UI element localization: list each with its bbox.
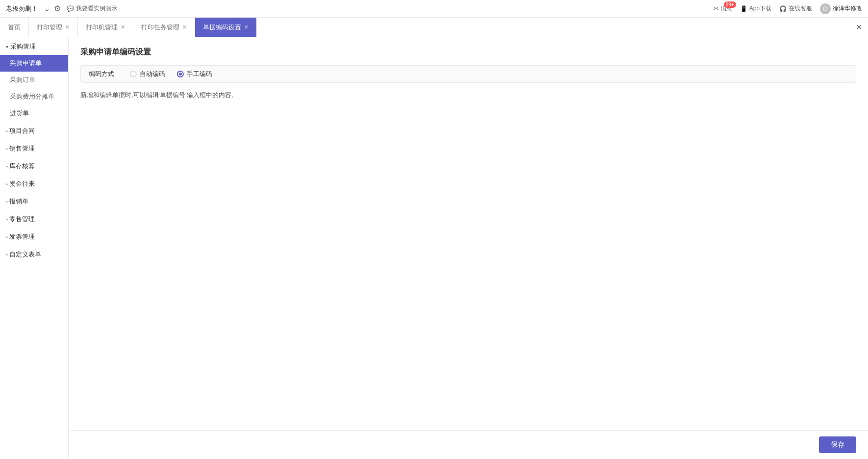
avatar: 徐 — [820, 3, 831, 14]
demo-link[interactable]: 💬 我要看实例演示 — [67, 4, 117, 13]
sidebar-group-returns: › 报销单 — [0, 192, 68, 210]
sidebar-group-invoice: › 发票管理 — [0, 228, 68, 245]
sales-arrow-icon: › — [4, 148, 9, 149]
tab-barcode-settings-label: 单据编码设置 — [203, 23, 241, 32]
tab-print-task[interactable]: 打印任务管理 ✕ — [133, 18, 195, 37]
sidebar-group-retail-header[interactable]: › 零售管理 — [0, 210, 68, 228]
tab-print-task-label: 打印任务管理 — [141, 23, 179, 32]
sidebar-group-purchase-label: 采购管理 — [10, 42, 36, 51]
custom-arrow-icon: › — [4, 254, 9, 255]
dropdown-icon[interactable]: ⌄ — [44, 4, 50, 13]
capital-arrow-icon: › — [4, 183, 9, 184]
top-bar-left: 老板勿删！ ⌄ ⚙ 💬 我要看实例演示 — [6, 4, 117, 13]
sidebar-group-project-header[interactable]: › 项目合同 — [0, 122, 68, 139]
user-label: 徐泽华修改 — [833, 4, 862, 13]
top-bar: 老板勿删！ ⌄ ⚙ 💬 我要看实例演示 ✉ 消息 99+ 📱 App下载 🎧 在… — [0, 0, 868, 18]
sidebar-item-stock-in-label: 进货单 — [10, 109, 29, 117]
sidebar-group-retail-label: 零售管理 — [9, 215, 35, 224]
settings-icon[interactable]: ⚙ — [54, 4, 61, 13]
sidebar-item-purchase-expense-label: 采购费用分摊单 — [10, 93, 54, 100]
message-button[interactable]: ✉ 消息 99+ — [714, 4, 732, 13]
sidebar-item-purchase-order[interactable]: 采购订单 — [0, 72, 68, 88]
tab-home[interactable]: 首页 — [0, 18, 29, 37]
close-all-tabs-button[interactable]: ✕ — [850, 23, 868, 32]
tab-print-task-close[interactable]: ✕ — [182, 24, 187, 30]
sidebar-group-custom: › 自定义表单 — [0, 245, 68, 263]
sidebar-group-custom-label: 自定义表单 — [9, 250, 41, 259]
mobile-icon: 📱 — [740, 5, 747, 12]
sidebar-group-returns-header[interactable]: › 报销单 — [0, 192, 68, 210]
app-label: App下载 — [749, 4, 771, 13]
sidebar: ▾ 采购管理 采购申请单 采购订单 采购费用分摊单 进货单 › 项目合同 — [0, 37, 69, 459]
sidebar-group-returns-label: 报销单 — [9, 197, 28, 206]
tab-barcode-settings-close[interactable]: ✕ — [244, 24, 248, 30]
sidebar-item-purchase-order-label: 采购订单 — [10, 76, 35, 83]
sidebar-group-sales: › 销售管理 — [0, 139, 68, 157]
encoding-radio-group: 自动编码 手工编码 — [130, 70, 212, 78]
top-bar-right: ✉ 消息 99+ 📱 App下载 🎧 在线客服 徐 徐泽华修改 — [714, 3, 862, 14]
sidebar-item-stock-in[interactable]: 进货单 — [0, 105, 68, 122]
sidebar-group-inventory-label: 库存核算 — [9, 162, 35, 171]
sidebar-group-invoice-header[interactable]: › 发票管理 — [0, 228, 68, 245]
sidebar-item-purchase-request-label: 采购申请单 — [10, 59, 42, 67]
page-title: 采购申请单编码设置 — [80, 47, 856, 57]
headset-icon: 🎧 — [779, 5, 787, 12]
content-area: 采购申请单编码设置 编码方式 自动编码 手工编码 新增和编辑单据时,可以编辑'单… — [69, 37, 868, 430]
sidebar-group-invoice-label: 发票管理 — [9, 232, 35, 241]
online-service-button[interactable]: 🎧 在线客服 — [779, 4, 812, 13]
tab-barcode-settings[interactable]: 单据编码设置 ✕ — [195, 18, 257, 37]
purchase-arrow-icon: ▾ — [6, 44, 8, 50]
radio-manual-circle — [177, 71, 184, 77]
project-arrow-icon: › — [4, 130, 9, 131]
encoding-row: 编码方式 自动编码 手工编码 — [80, 65, 856, 83]
tab-printer-mgmt-label: 打印机管理 — [86, 23, 118, 32]
tab-bar: 首页 打印管理 ✕ 打印机管理 ✕ 打印任务管理 ✕ 单据编码设置 ✕ ✕ — [0, 18, 868, 37]
sidebar-group-custom-header[interactable]: › 自定义表单 — [0, 245, 68, 263]
hint-text: 新增和编辑单据时,可以编辑'单据编号'输入框中的内容。 — [80, 91, 856, 100]
demo-icon: 💬 — [67, 5, 74, 12]
tab-printer-mgmt-close[interactable]: ✕ — [121, 24, 125, 30]
sidebar-group-retail: › 零售管理 — [0, 210, 68, 228]
user-menu-button[interactable]: 徐 徐泽华修改 — [820, 3, 862, 14]
tab-home-label: 首页 — [8, 23, 21, 32]
tab-print-mgmt-label: 打印管理 — [37, 23, 62, 32]
sidebar-group-sales-label: 销售管理 — [9, 144, 35, 153]
main-content: 采购申请单编码设置 编码方式 自动编码 手工编码 新增和编辑单据时,可以编辑'单… — [69, 37, 868, 459]
radio-auto-circle — [130, 71, 137, 77]
layout: ▾ 采购管理 采购申请单 采购订单 采购费用分摊单 进货单 › 项目合同 — [0, 37, 868, 459]
service-label: 在线客服 — [789, 4, 812, 13]
message-icon: ✉ — [714, 5, 719, 12]
sidebar-group-capital-label: 资金往来 — [9, 179, 35, 188]
sidebar-group-project-label: 项目合同 — [9, 127, 35, 135]
tab-printer-mgmt[interactable]: 打印机管理 ✕ — [78, 18, 133, 37]
encoding-label: 编码方式 — [89, 70, 118, 78]
radio-manual-label: 手工编码 — [187, 70, 212, 78]
sidebar-group-capital: › 资金往来 — [0, 175, 68, 192]
sidebar-item-purchase-expense[interactable]: 采购费用分摊单 — [0, 88, 68, 105]
invoice-arrow-icon: › — [4, 236, 9, 237]
sidebar-group-inventory: › 库存核算 — [0, 157, 68, 175]
footer: 保存 — [69, 430, 868, 459]
sidebar-group-project: › 项目合同 — [0, 122, 68, 139]
radio-auto-label: 自动编码 — [140, 70, 165, 78]
retail-arrow-icon: › — [4, 218, 9, 220]
top-bar-icons: ⌄ ⚙ — [44, 4, 61, 13]
message-badge: 99+ — [724, 1, 736, 8]
radio-manual-encoding[interactable]: 手工编码 — [177, 70, 212, 78]
demo-text: 我要看实例演示 — [76, 4, 117, 13]
tab-print-mgmt[interactable]: 打印管理 ✕ — [29, 18, 78, 37]
sidebar-group-capital-header[interactable]: › 资金往来 — [0, 175, 68, 192]
returns-arrow-icon: › — [4, 201, 9, 202]
sidebar-group-sales-header[interactable]: › 销售管理 — [0, 139, 68, 157]
brand-label: 老板勿删！ — [6, 4, 38, 13]
inventory-arrow-icon: › — [4, 165, 9, 167]
app-download-button[interactable]: 📱 App下载 — [740, 4, 771, 13]
sidebar-item-purchase-request[interactable]: 采购申请单 — [0, 55, 68, 72]
sidebar-group-purchase-header[interactable]: ▾ 采购管理 — [0, 37, 68, 55]
save-button[interactable]: 保存 — [819, 436, 856, 453]
radio-auto-encoding[interactable]: 自动编码 — [130, 70, 165, 78]
sidebar-group-purchase: ▾ 采购管理 采购申请单 采购订单 采购费用分摊单 进货单 — [0, 37, 68, 122]
tab-print-mgmt-close[interactable]: ✕ — [65, 24, 70, 30]
sidebar-group-inventory-header[interactable]: › 库存核算 — [0, 157, 68, 175]
